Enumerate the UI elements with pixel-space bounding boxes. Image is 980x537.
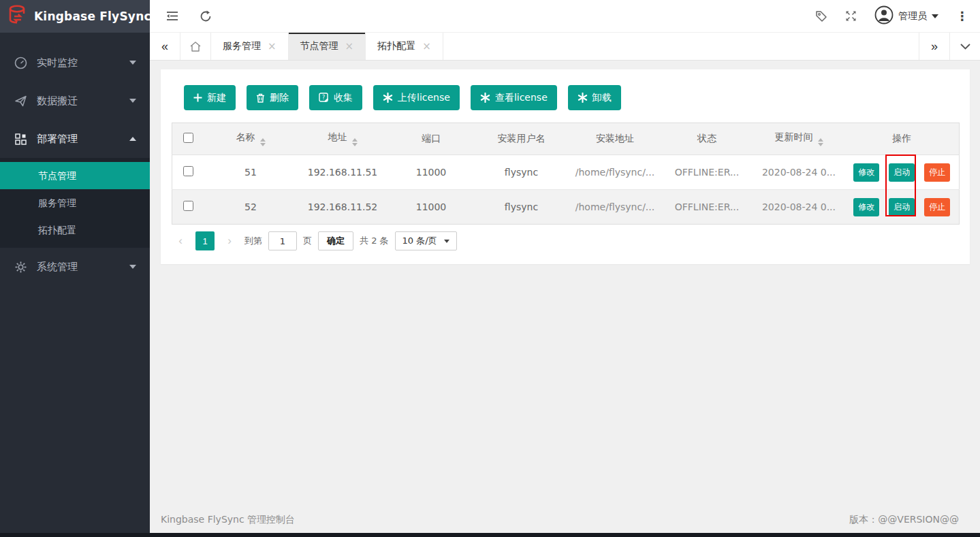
sidebar-item-realtime-monitor[interactable]: 实时监控 bbox=[0, 44, 150, 82]
cell-install-path: /home/flysync/... bbox=[569, 155, 661, 190]
sidebar: Kingbase FlySync 实时监控 数据搬迁 bbox=[0, 0, 150, 537]
row-actions: 修改 启动 停止 bbox=[845, 198, 960, 216]
tag-icon[interactable] bbox=[815, 10, 827, 22]
sidebar-item-node-management[interactable]: 节点管理 bbox=[0, 162, 150, 189]
row-checkbox[interactable] bbox=[183, 166, 193, 176]
user-menu[interactable]: 管理员 bbox=[874, 5, 938, 27]
total-count-label: 共 2 条 bbox=[360, 235, 389, 247]
tab-topology-config[interactable]: 拓扑配置 × bbox=[366, 33, 443, 60]
next-page-icon[interactable]: › bbox=[221, 231, 238, 250]
cell-status: OFFLINE:ER... bbox=[661, 155, 753, 190]
svg-text:?: ? bbox=[322, 95, 325, 101]
scroll-tabs-left-icon[interactable]: « bbox=[150, 33, 180, 60]
tab-label: 服务管理 bbox=[223, 40, 261, 52]
sort-icon[interactable] bbox=[352, 138, 358, 146]
page-unit-label: 页 bbox=[303, 235, 312, 247]
sidebar-item-label: 实时监控 bbox=[37, 56, 129, 69]
refresh-icon[interactable] bbox=[200, 10, 212, 22]
sort-icon[interactable] bbox=[818, 138, 823, 146]
column-header-install-user: 安装用户名 bbox=[474, 123, 569, 155]
start-button[interactable]: 启动 bbox=[889, 163, 915, 182]
asterisk-icon bbox=[480, 93, 490, 103]
content-area: 新建 删除 ? 收集 上传license bbox=[150, 61, 980, 537]
column-header-status: 状态 bbox=[661, 123, 753, 155]
kebab-menu-icon[interactable]: ⋮ bbox=[956, 10, 968, 22]
sidebar-item-data-migration[interactable]: 数据搬迁 bbox=[0, 82, 150, 120]
cell-install-path: /home/flysync/... bbox=[569, 190, 661, 225]
column-header-updated[interactable]: 更新时间 bbox=[753, 123, 845, 155]
sort-icon[interactable] bbox=[260, 138, 266, 146]
select-all-checkbox[interactable] bbox=[183, 133, 193, 143]
fullscreen-icon[interactable] bbox=[845, 10, 857, 22]
stop-button[interactable]: 停止 bbox=[924, 198, 950, 216]
table-row: 52 192.168.11.52 11000 flysync /home/fly… bbox=[172, 190, 960, 225]
cell-updated: 2020-08-24 0... bbox=[753, 155, 845, 190]
collect-form-icon: ? bbox=[319, 93, 329, 103]
column-header-port: 端口 bbox=[389, 123, 474, 155]
chevron-down-icon bbox=[444, 240, 449, 243]
prev-page-icon[interactable]: ‹ bbox=[172, 231, 189, 250]
deploy-submenu: 节点管理 服务管理 拓扑配置 bbox=[0, 158, 150, 248]
uninstall-button[interactable]: 卸载 bbox=[568, 85, 621, 110]
row-checkbox[interactable] bbox=[183, 201, 193, 211]
tab-service-management[interactable]: 服务管理 × bbox=[211, 33, 289, 60]
confirm-page-button[interactable]: 确定 bbox=[318, 231, 353, 250]
cell-updated: 2020-08-24 0... bbox=[753, 190, 845, 225]
sidebar-item-label: 数据搬迁 bbox=[37, 95, 129, 108]
brand-title: Kingbase FlySync bbox=[34, 10, 151, 23]
sidebar-item-system-management[interactable]: 系统管理 bbox=[0, 248, 150, 286]
tab-bar: « 服务管理 × 节点管理 × 拓扑配置 × » bbox=[150, 33, 980, 61]
start-button[interactable]: 启动 bbox=[889, 198, 915, 216]
cell-status: OFFLINE:ER... bbox=[661, 190, 753, 225]
modify-button[interactable]: 修改 bbox=[853, 163, 879, 182]
cell-port: 11000 bbox=[389, 190, 474, 225]
view-license-button[interactable]: 查看license bbox=[471, 85, 557, 110]
goto-label: 到第 bbox=[244, 235, 262, 247]
user-name: 管理员 bbox=[898, 10, 927, 22]
grid-icon bbox=[14, 132, 27, 146]
close-tab-icon[interactable]: × bbox=[345, 40, 354, 52]
delete-button[interactable]: 删除 bbox=[247, 85, 298, 110]
close-tab-icon[interactable]: × bbox=[422, 40, 431, 52]
cell-address: 192.168.11.52 bbox=[297, 190, 389, 225]
footer-version: 版本：@@VERSION@@ bbox=[849, 514, 959, 526]
main-area: 管理员 ⋮ « 服务管理 × 节点管理 × 拓扑配置 × bbox=[150, 0, 980, 537]
avatar-icon bbox=[874, 5, 894, 27]
trash-icon bbox=[256, 93, 265, 103]
column-header-actions: 操作 bbox=[845, 123, 960, 155]
stop-button[interactable]: 停止 bbox=[924, 163, 950, 182]
column-header-install-path: 安装地址 bbox=[569, 123, 661, 155]
new-button[interactable]: 新建 bbox=[184, 85, 236, 110]
brand-area: Kingbase FlySync bbox=[0, 0, 150, 33]
column-header-name[interactable]: 名称 bbox=[205, 123, 297, 155]
page-size-select[interactable]: 10 条/页 bbox=[395, 231, 457, 250]
goto-page-input[interactable] bbox=[268, 231, 297, 250]
sidebar-item-label: 系统管理 bbox=[37, 261, 129, 274]
tab-node-management[interactable]: 节点管理 × bbox=[289, 33, 366, 60]
page-number-button[interactable]: 1 bbox=[195, 231, 215, 250]
sidebar-item-service-management[interactable]: 服务管理 bbox=[0, 189, 150, 216]
cell-install-user: flysync bbox=[474, 190, 569, 225]
upload-license-button[interactable]: 上传license bbox=[373, 85, 460, 110]
close-tab-icon[interactable]: × bbox=[268, 40, 276, 52]
collect-button[interactable]: ? 收集 bbox=[309, 85, 362, 110]
sidebar-item-topology-config[interactable]: 拓扑配置 bbox=[0, 216, 150, 244]
cell-name: 52 bbox=[205, 190, 297, 225]
cell-port: 11000 bbox=[389, 155, 474, 190]
collapse-sidebar-icon[interactable] bbox=[165, 10, 179, 22]
topbar: 管理员 ⋮ bbox=[150, 0, 980, 33]
nodes-table: 名称 地址 端口 安装用户名 安装地址 状态 更新时间 操作 bbox=[172, 123, 960, 225]
cell-install-user: flysync bbox=[474, 155, 569, 190]
home-tab-icon[interactable] bbox=[180, 33, 211, 60]
modify-button[interactable]: 修改 bbox=[853, 198, 879, 216]
scroll-tabs-right-icon[interactable]: » bbox=[919, 33, 949, 60]
plus-icon bbox=[193, 93, 202, 102]
sidebar-item-deploy-management[interactable]: 部署管理 bbox=[0, 120, 150, 158]
sidebar-item-label: 部署管理 bbox=[37, 133, 129, 146]
cell-name: 51 bbox=[205, 155, 297, 190]
sidebar-nav: 实时监控 数据搬迁 部署管理 节点管理 服务管理 拓扑配置 bbox=[0, 33, 150, 286]
tab-options-chevron-icon[interactable] bbox=[949, 33, 980, 60]
node-management-panel: 新建 删除 ? 收集 上传license bbox=[161, 69, 970, 264]
table-header-row: 名称 地址 端口 安装用户名 安装地址 状态 更新时间 操作 bbox=[172, 123, 960, 155]
column-header-address[interactable]: 地址 bbox=[297, 123, 389, 155]
